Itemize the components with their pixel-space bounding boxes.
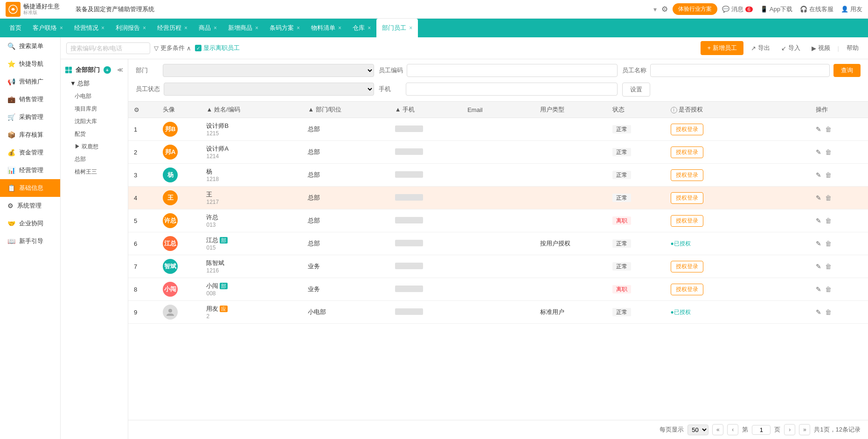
auth-btn[interactable]: 授权登录 bbox=[671, 261, 703, 272]
sidebar-item-搜索菜单[interactable]: 🔍搜索菜单 bbox=[0, 37, 60, 55]
message-btn[interactable]: 💬 消息 6 bbox=[722, 5, 753, 14]
tree-item-沈阳大库[interactable]: 沈阳大库 bbox=[61, 115, 128, 128]
tab-close-经营情况[interactable]: × bbox=[101, 25, 104, 31]
page-input[interactable] bbox=[752, 425, 771, 435]
auth-btn[interactable]: 授权登录 bbox=[671, 169, 703, 181]
tab-close-经营历程[interactable]: × bbox=[184, 25, 187, 31]
edit-btn[interactable]: ✎ bbox=[816, 194, 821, 202]
sidebar-item-资金管理[interactable]: 💰资金管理 bbox=[0, 144, 60, 161]
delete-btn[interactable]: 🗑 bbox=[825, 148, 832, 156]
per-page-select[interactable]: 50 bbox=[687, 425, 708, 435]
sidebar-item-采购管理[interactable]: 🛒采购管理 bbox=[0, 108, 60, 126]
col-name[interactable]: ▲ 姓名/编码 bbox=[201, 102, 302, 118]
add-employee-btn[interactable]: + 新增员工 bbox=[701, 41, 743, 55]
nav-tab-利润报告[interactable]: 利润报告× bbox=[110, 19, 152, 37]
last-page-btn[interactable]: » bbox=[799, 424, 810, 435]
edit-btn[interactable]: ✎ bbox=[816, 286, 821, 293]
prev-page-btn[interactable]: ‹ bbox=[727, 424, 738, 435]
status-select[interactable] bbox=[164, 83, 374, 96]
nav-tab-客户联络[interactable]: 客户联络× bbox=[27, 19, 69, 37]
tree-item-总部[interactable]: ▼ 总部 bbox=[61, 77, 128, 90]
auth-btn[interactable]: 授权登录 bbox=[671, 146, 703, 158]
sidebar-item-快捷导航[interactable]: ⭐快捷导航 bbox=[0, 55, 60, 73]
app-download-btn[interactable]: 📱 App下载 bbox=[760, 5, 792, 14]
delete-btn[interactable]: 🗑 bbox=[825, 308, 832, 316]
auth-btn[interactable]: 授权登录 bbox=[671, 192, 703, 204]
nav-tab-部门员工[interactable]: 部门员工× bbox=[376, 19, 418, 37]
tree-item-小电部[interactable]: 小电部 bbox=[61, 90, 128, 103]
settings-icon[interactable]: ⚙ bbox=[661, 5, 668, 14]
search-input[interactable] bbox=[66, 42, 150, 54]
nav-tab-商品[interactable]: 商品× bbox=[193, 19, 222, 37]
nav-tab-新增商品[interactable]: 新增商品× bbox=[222, 19, 264, 37]
tab-close-商品[interactable]: × bbox=[214, 25, 217, 31]
nav-tab-首页[interactable]: 首页 bbox=[4, 19, 27, 37]
delete-btn[interactable]: 🗑 bbox=[825, 125, 832, 133]
help-btn[interactable]: 帮助 bbox=[843, 42, 862, 54]
query-btn[interactable]: 查询 bbox=[833, 64, 861, 77]
tab-close-条码方案[interactable]: × bbox=[297, 25, 300, 31]
nav-tab-经营历程[interactable]: 经营历程× bbox=[152, 19, 193, 37]
tree-item-项目库房[interactable]: 项目库房 bbox=[61, 103, 128, 115]
auth-btn[interactable]: 授权登录 bbox=[671, 215, 703, 227]
sidebar-item-系统管理[interactable]: ⚙系统管理 bbox=[0, 197, 60, 215]
emp-name-input[interactable] bbox=[650, 64, 830, 77]
sidebar-item-经营管理[interactable]: 📊经营管理 bbox=[0, 161, 60, 179]
user-btn[interactable]: 👤 用友 bbox=[841, 5, 862, 14]
delete-btn[interactable]: 🗑 bbox=[825, 217, 832, 224]
tab-close-仓库[interactable]: × bbox=[368, 25, 371, 31]
nav-tab-仓库[interactable]: 仓库× bbox=[347, 19, 376, 37]
auth-btn[interactable]: 授权登录 bbox=[671, 124, 703, 135]
auth-btn[interactable]: 授权登录 bbox=[671, 284, 703, 295]
tab-close-利润报告[interactable]: × bbox=[143, 25, 146, 31]
sidebar-item-销售管理[interactable]: 💼销售管理 bbox=[0, 91, 60, 108]
delete-btn[interactable]: 🗑 bbox=[825, 194, 832, 202]
edit-btn[interactable]: ✎ bbox=[816, 263, 821, 270]
import-btn[interactable]: ↙ 导入 bbox=[778, 42, 804, 54]
delete-btn[interactable]: 🗑 bbox=[825, 263, 832, 270]
edit-btn[interactable]: ✎ bbox=[816, 171, 821, 179]
sidebar-item-营销推广[interactable]: 📢营销推广 bbox=[0, 73, 60, 91]
phone-input[interactable] bbox=[406, 83, 617, 96]
delete-btn[interactable]: 🗑 bbox=[825, 240, 832, 247]
online-support-btn[interactable]: 🎧 在线客服 bbox=[800, 5, 833, 14]
trial-btn[interactable]: 体验行业方案 bbox=[673, 3, 717, 15]
col-phone[interactable]: ▲ 手机 bbox=[389, 102, 462, 118]
filter-btn[interactable]: ▽ 更多条件 ∧ bbox=[154, 44, 191, 52]
first-page-btn[interactable]: « bbox=[712, 424, 723, 435]
next-page-btn[interactable]: › bbox=[784, 424, 795, 435]
col-dept[interactable]: ▲ 部门/职位 bbox=[302, 102, 389, 118]
col-settings[interactable]: ⚙ bbox=[128, 102, 157, 118]
tree-item-植树王三[interactable]: 植树王三 bbox=[61, 166, 128, 178]
tree-collapse-btn[interactable]: ≪ bbox=[117, 67, 123, 73]
show-resigned-checkbox[interactable]: ✓ bbox=[195, 45, 201, 51]
sidebar-item-库存核算[interactable]: 📦库存核算 bbox=[0, 126, 60, 144]
show-resigned-label[interactable]: ✓ 显示离职员工 bbox=[195, 44, 240, 52]
edit-btn[interactable]: ✎ bbox=[816, 308, 821, 316]
system-dropdown[interactable]: ▾ bbox=[653, 6, 657, 13]
edit-btn[interactable]: ✎ bbox=[816, 125, 821, 133]
tab-close-物料清单[interactable]: × bbox=[338, 25, 341, 31]
delete-btn[interactable]: 🗑 bbox=[825, 171, 832, 179]
tree-item-配货[interactable]: 配货 bbox=[61, 128, 128, 140]
sidebar-item-新手引导[interactable]: 📖新手引导 bbox=[0, 232, 60, 250]
nav-tab-条码方案[interactable]: 条码方案× bbox=[264, 19, 306, 37]
edit-btn[interactable]: ✎ bbox=[816, 217, 821, 224]
nav-tab-经营情况[interactable]: 经营情况× bbox=[69, 19, 110, 37]
edit-btn[interactable]: ✎ bbox=[816, 148, 821, 156]
tab-close-新增商品[interactable]: × bbox=[255, 25, 258, 31]
emp-code-input[interactable] bbox=[407, 64, 617, 77]
delete-btn[interactable]: 🗑 bbox=[825, 286, 832, 293]
tree-add-icon[interactable]: + bbox=[104, 66, 111, 74]
reset-btn[interactable]: 设置 bbox=[622, 83, 650, 97]
nav-tab-物料清单[interactable]: 物料清单× bbox=[306, 19, 347, 37]
tree-item-双鹿想[interactable]: ▶ 双鹿想 bbox=[61, 140, 128, 153]
sidebar-item-企业协同[interactable]: 🤝企业协同 bbox=[0, 215, 60, 232]
sidebar-item-基础信息[interactable]: 📋基础信息 bbox=[0, 179, 60, 197]
tree-item-总部[interactable]: 总部 bbox=[61, 153, 128, 166]
view-btn[interactable]: ▶ 视频 bbox=[808, 42, 834, 54]
tab-close-部门员工[interactable]: × bbox=[409, 25, 412, 31]
export-btn[interactable]: ↗ 导出 bbox=[747, 42, 774, 54]
tab-close-客户联络[interactable]: × bbox=[60, 25, 63, 31]
dept-select[interactable] bbox=[163, 64, 374, 77]
